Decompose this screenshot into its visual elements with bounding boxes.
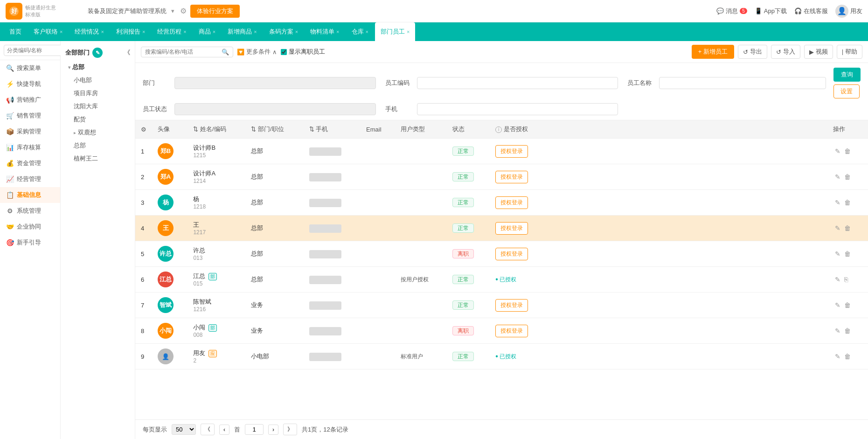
sidebar-item-shortcuts[interactable]: ⚡快捷导航 — [0, 76, 60, 92]
tab-add-goods[interactable]: 新增商品 × — [222, 22, 262, 41]
tab-warehouse[interactable]: 仓库 × — [346, 22, 374, 41]
emp-name-input[interactable] — [659, 77, 826, 89]
tab-home[interactable]: 首页 — [4, 22, 27, 41]
user-btn[interactable]: 👤 用友 — [835, 5, 862, 18]
sidebar-item-finance[interactable]: 💰资金管理 — [0, 155, 60, 171]
app-download-btn[interactable]: 📱 App下载 — [755, 7, 787, 15]
close-icon[interactable]: × — [142, 29, 145, 35]
edit-button[interactable]: ✎ — [833, 223, 842, 233]
help-button[interactable]: |帮助 — [837, 45, 862, 59]
edit-button[interactable]: ✎ — [833, 198, 842, 207]
last-page-button[interactable]: 》 — [283, 424, 297, 435]
delete-button[interactable]: 🗑 — [842, 146, 853, 156]
delete-button[interactable]: 🗑 — [842, 249, 853, 258]
video-button[interactable]: ▶视频 — [804, 45, 833, 59]
info-icon[interactable]: i — [495, 126, 502, 133]
add-employee-button[interactable]: + 新增员工 — [692, 45, 734, 59]
sidebar-item-system[interactable]: ⚙系统管理 — [0, 203, 60, 219]
delete-button[interactable]: 🗑 — [842, 326, 853, 335]
edit-button[interactable]: ✎ — [833, 352, 842, 361]
export-button[interactable]: ↺导出 — [738, 45, 767, 59]
tab-barcode[interactable]: 条码方案 × — [264, 22, 304, 41]
copy-button[interactable]: ⎘ — [842, 275, 850, 284]
col-dept-position[interactable]: ⇅ 部门/职位 — [245, 120, 303, 139]
edit-button[interactable]: ✎ — [833, 146, 842, 156]
more-filter-button[interactable]: 🔽 更多条件 ∧ — [237, 48, 277, 56]
sidebar-item-sales[interactable]: 🛒销售管理 — [0, 108, 60, 124]
dept-node-shenyang[interactable]: 沈阳大库 — [61, 100, 135, 113]
close-icon[interactable]: × — [213, 29, 215, 35]
delete-button[interactable]: 🗑 — [842, 172, 853, 181]
dept-node-project-storage[interactable]: 项目库房 — [61, 87, 135, 100]
import-button[interactable]: ↺导入 — [771, 45, 800, 59]
employee-search-input[interactable] — [145, 49, 220, 55]
sidebar-item-collab[interactable]: 🤝企业协同 — [0, 219, 60, 235]
sidebar-item-inventory[interactable]: 📊库存核算 — [0, 139, 60, 155]
sidebar-item-guide[interactable]: 🎯新手引导 — [0, 235, 60, 251]
close-icon[interactable]: × — [254, 29, 257, 35]
search-icon[interactable]: 🔍 — [222, 49, 229, 56]
dept-node-general[interactable]: ▾总部 — [61, 61, 135, 74]
dept-node-small-electric[interactable]: 小电部 — [61, 74, 135, 87]
auth-button[interactable]: 授权登录 — [495, 145, 528, 158]
sidebar-item-basic[interactable]: 📋基础信息 — [0, 187, 60, 203]
settings-icon[interactable]: ⚙ — [180, 7, 187, 15]
query-button[interactable]: 查询 — [833, 68, 861, 82]
close-icon[interactable]: × — [295, 29, 298, 35]
tab-bom[interactable]: 物料清单 × — [305, 22, 345, 41]
message-btn[interactable]: 💬 消息 5 — [716, 7, 747, 15]
show-resigned-input[interactable] — [281, 49, 287, 55]
experience-button[interactable]: 体验行业方案 — [190, 5, 240, 18]
delete-button[interactable]: 🗑 — [842, 223, 853, 233]
tab-goods[interactable]: 商品 × — [193, 22, 221, 41]
dept-node-shuanglu[interactable]: ▸双鹿想 — [61, 126, 135, 139]
prev-page-button[interactable]: ‹ — [219, 425, 229, 435]
dept-select[interactable] — [174, 77, 376, 89]
dept-edit-button[interactable]: ✎ — [92, 48, 103, 58]
close-icon[interactable]: × — [366, 29, 368, 35]
emp-status-select[interactable] — [174, 103, 376, 115]
sidebar-item-search[interactable]: 🔍搜索菜单 — [0, 60, 60, 76]
sidebar-item-purchase[interactable]: 📦采购管理 — [0, 124, 60, 139]
edit-button[interactable]: ✎ — [833, 249, 842, 258]
auth-button[interactable]: 授权登录 — [495, 196, 528, 209]
dept-collapse-button[interactable]: 《 — [124, 49, 130, 57]
dept-node-distribution[interactable]: 配货 — [61, 113, 135, 126]
auth-button[interactable]: 授权登录 — [495, 325, 528, 337]
dropdown-icon[interactable]: ▾ — [171, 7, 174, 14]
close-icon[interactable]: × — [336, 29, 339, 35]
delete-button[interactable]: 🗑 — [842, 198, 853, 207]
page-number-input[interactable] — [245, 424, 264, 435]
show-resigned-checkbox[interactable]: 显示离职员工 — [281, 48, 325, 56]
settings-icon[interactable]: ⚙ — [141, 126, 146, 133]
emp-code-input[interactable] — [417, 77, 618, 89]
auth-button[interactable]: 授权登录 — [495, 299, 528, 312]
set-button[interactable]: 设置 — [833, 84, 860, 98]
auth-button[interactable]: 授权登录 — [495, 248, 528, 260]
close-icon[interactable]: × — [60, 29, 62, 35]
phone-input[interactable] — [417, 103, 618, 115]
tab-profit[interactable]: 利润报告 × — [111, 22, 151, 41]
sidebar-item-operations[interactable]: 📈经营管理 — [0, 171, 60, 187]
col-name-code[interactable]: ⇅ 姓名/编码 — [187, 120, 245, 139]
first-page-button[interactable]: 《 — [201, 424, 215, 435]
edit-button[interactable]: ✎ — [833, 300, 842, 310]
edit-button[interactable]: ✎ — [833, 326, 842, 335]
tab-employees[interactable]: 部门员工 × — [375, 22, 415, 41]
tab-customer[interactable]: 客户联络 × — [28, 22, 68, 41]
auth-button[interactable]: 授权登录 — [495, 171, 528, 183]
dept-node-headquarters[interactable]: 总部 — [61, 139, 135, 152]
sidebar-item-marketing[interactable]: 📢营销推广 — [0, 92, 60, 108]
auth-button[interactable]: 授权登录 — [495, 222, 528, 235]
col-settings[interactable]: ⚙ — [135, 120, 152, 139]
col-phone[interactable]: ⇅ 手机 — [304, 120, 361, 139]
close-icon[interactable]: × — [407, 29, 410, 35]
close-icon[interactable]: × — [183, 29, 186, 35]
tab-operations[interactable]: 经营情况 × — [69, 22, 109, 41]
edit-button[interactable]: ✎ — [833, 275, 842, 284]
close-icon[interactable]: × — [101, 29, 104, 35]
tab-history[interactable]: 经营历程 × — [152, 22, 192, 41]
edit-button[interactable]: ✎ — [833, 172, 842, 181]
page-size-select[interactable]: 50 100 — [172, 424, 196, 435]
dept-node-zhishu[interactable]: 植树王二 — [61, 152, 135, 165]
